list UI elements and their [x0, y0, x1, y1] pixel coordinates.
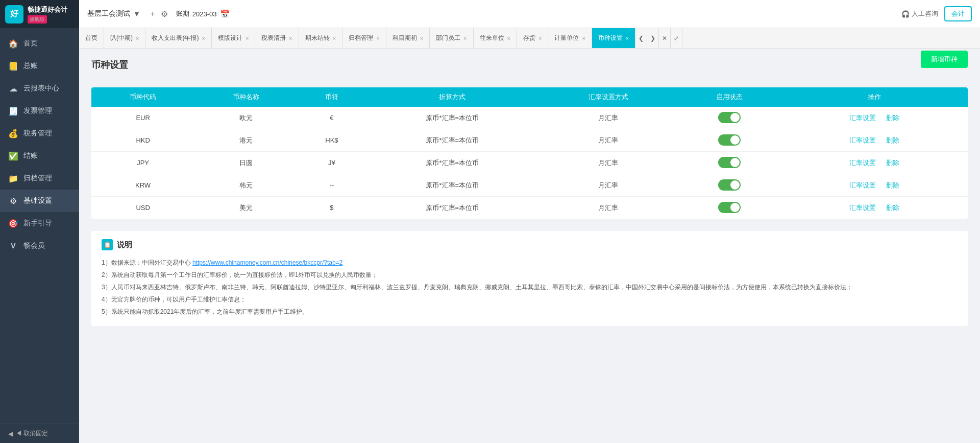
- topbar: 基层工会测试 ▼ ＋ ⚙ 账期 2023-03 📅 🎧 人工咨询 会计: [79, 0, 980, 28]
- table-row: EUR 欧元 € 原币*汇率=本位币 月汇率 汇率设置 删除: [91, 107, 968, 129]
- tab-dept[interactable]: 部门员工 ×: [430, 28, 473, 49]
- rate-setting-link[interactable]: 汇率设置: [849, 159, 876, 167]
- main-area: 基层工会测试 ▼ ＋ ⚙ 账期 2023-03 📅 🎧 人工咨询 会计 首页 叭…: [79, 0, 980, 443]
- cell-method: 原币*汇率=本位币: [365, 174, 539, 197]
- sidebar-item-settings[interactable]: ⚙ 基础设置: [0, 190, 79, 212]
- china-money-link[interactable]: https://www.chinamoney.com.cn/chinese/bk…: [192, 259, 342, 266]
- tab-period-end[interactable]: 期末结转 ×: [299, 28, 342, 49]
- tab-close-archive[interactable]: ×: [376, 35, 379, 41]
- tab-close-annual[interactable]: ×: [202, 35, 205, 41]
- sidebar-item-archive[interactable]: 📁 归档管理: [0, 167, 79, 190]
- sidebar: 好 畅捷通好会计 旗舰版 🏠 首页 📒 总账 ☁ 云报表中心 🧾 发票管理 💰 …: [0, 0, 79, 443]
- cell-code: EUR: [91, 107, 194, 129]
- tab-archive[interactable]: 归档管理 ×: [342, 28, 386, 49]
- toggle-thumb: [730, 135, 740, 145]
- cell-rate-type: 月汇率: [539, 152, 677, 174]
- table-row: JPY 日圆 J¥ 原币*汇率=本位币 月汇率 汇率设置 删除: [91, 152, 968, 174]
- tab-close-currency[interactable]: ×: [626, 35, 629, 41]
- member-icon: V: [8, 241, 18, 251]
- cell-enabled: [678, 174, 781, 197]
- cell-actions: 汇率设置 删除: [781, 129, 968, 152]
- enabled-toggle[interactable]: [718, 202, 741, 213]
- tab-inventory[interactable]: 存货 ×: [517, 28, 548, 49]
- sidebar-item-ledger[interactable]: 📒 总账: [0, 55, 79, 77]
- account-button[interactable]: 会计: [944, 6, 972, 21]
- cell-symbol: J¥: [298, 152, 365, 174]
- cell-name: 美元: [194, 197, 298, 219]
- checkout-icon: ✅: [8, 151, 18, 161]
- consult-button[interactable]: 🎧 人工咨询: [901, 9, 938, 18]
- tab-tax-list[interactable]: 税表清册 ×: [255, 28, 299, 49]
- cell-actions: 汇率设置 删除: [781, 152, 968, 174]
- sidebar-item-tax[interactable]: 💰 税务管理: [0, 122, 79, 145]
- cell-symbol: €: [298, 107, 365, 129]
- delete-link[interactable]: 删除: [886, 181, 899, 189]
- tab-expand[interactable]: ⤢: [671, 28, 682, 49]
- tab-nav-prev[interactable]: ❮: [635, 28, 647, 49]
- tab-currency[interactable]: 币种设置 ×: [592, 28, 635, 49]
- cloud-icon: ☁: [8, 83, 18, 94]
- col-enabled: 启用状态: [678, 87, 781, 107]
- tab-close-all[interactable]: ✕: [659, 28, 671, 49]
- calendar-icon[interactable]: 📅: [220, 9, 230, 19]
- enabled-toggle[interactable]: [718, 179, 741, 191]
- rate-setting-link[interactable]: 汇率设置: [849, 114, 876, 122]
- collapse-icon: ◀: [8, 430, 13, 437]
- sidebar-item-home[interactable]: 🏠 首页: [0, 32, 79, 55]
- enabled-toggle[interactable]: [718, 112, 741, 123]
- sidebar-item-member[interactable]: V 畅会员: [0, 235, 79, 257]
- cell-code: JPY: [91, 152, 194, 174]
- topbar-settings-icon[interactable]: ⚙: [161, 9, 168, 19]
- delete-link[interactable]: 删除: [886, 136, 899, 144]
- rate-setting-link[interactable]: 汇率设置: [849, 136, 876, 144]
- tab-template[interactable]: 模版设计 ×: [212, 28, 255, 49]
- sidebar-item-checkout[interactable]: ✅ 结账: [0, 145, 79, 167]
- app-logo-icon: 好: [5, 5, 23, 24]
- period-selector[interactable]: 账期 2023-03 📅: [176, 9, 230, 19]
- project-name: 基层工会测试: [87, 9, 130, 18]
- tab-annual-report[interactable]: 收入支出表(年报) ×: [145, 28, 211, 49]
- tab-close-subject[interactable]: ×: [420, 35, 423, 41]
- cell-code: USD: [91, 197, 194, 219]
- note-3: 3）人民币对马来西亚林吉特、俄罗斯卢布、南非兰特、韩元、阿联酋迪拉姆、沙特里亚尔…: [102, 281, 958, 293]
- enabled-toggle[interactable]: [718, 134, 741, 146]
- delete-link[interactable]: 删除: [886, 114, 899, 122]
- tab-unit[interactable]: 计量单位 ×: [548, 28, 592, 49]
- delete-link[interactable]: 删除: [886, 159, 899, 167]
- new-currency-button[interactable]: 新增币种: [921, 51, 968, 68]
- rate-setting-link[interactable]: 汇率设置: [849, 181, 876, 189]
- tab-close-interim[interactable]: ×: [136, 35, 139, 41]
- tab-close-template[interactable]: ×: [246, 35, 249, 41]
- enabled-toggle[interactable]: [718, 157, 741, 168]
- rate-setting-link[interactable]: 汇率设置: [849, 204, 876, 212]
- sidebar-item-reports[interactable]: ☁ 云报表中心: [0, 77, 79, 100]
- cell-symbol: $: [298, 197, 365, 219]
- tab-close-contacts[interactable]: ×: [507, 35, 510, 41]
- notes-icon: 📋: [102, 239, 113, 250]
- tab-interim[interactable]: 叭(中期) ×: [104, 28, 145, 49]
- delete-link[interactable]: 删除: [886, 204, 899, 212]
- sidebar-item-invoice[interactable]: 🧾 发票管理: [0, 100, 79, 122]
- cell-symbol: HK$: [298, 129, 365, 152]
- toggle-thumb: [730, 158, 740, 167]
- table-row: USD 美元 $ 原币*汇率=本位币 月汇率 汇率设置 删除: [91, 197, 968, 219]
- tab-close-inventory[interactable]: ×: [538, 35, 542, 41]
- sidebar-item-guide[interactable]: 🎯 新手引导: [0, 212, 79, 235]
- sidebar-logo: 好 畅捷通好会计 旗舰版: [0, 0, 79, 28]
- tab-close-dept[interactable]: ×: [463, 35, 467, 41]
- cell-rate-type: 月汇率: [539, 129, 677, 152]
- tab-subject-init[interactable]: 科目期初 ×: [386, 28, 430, 49]
- tab-close-unit[interactable]: ×: [582, 35, 585, 41]
- tab-close-period[interactable]: ×: [333, 35, 336, 41]
- tab-contacts[interactable]: 往来单位 ×: [474, 28, 517, 49]
- guide-icon: 🎯: [8, 218, 18, 228]
- tab-nav-next[interactable]: ❯: [647, 28, 659, 49]
- notes-section: 📋 说明 1）数据来源：中国外汇交易中心 https://www.chinamo…: [91, 231, 968, 326]
- add-tab-button[interactable]: ＋: [149, 9, 157, 19]
- toggle-thumb: [730, 113, 740, 122]
- cell-enabled: [678, 107, 781, 129]
- tab-home[interactable]: 首页: [79, 28, 104, 49]
- project-selector[interactable]: 基层工会测试 ▼: [87, 9, 149, 18]
- tab-close-tax[interactable]: ×: [289, 35, 292, 41]
- sidebar-collapse-btn[interactable]: ◀ ◀ 取消固定: [0, 424, 79, 443]
